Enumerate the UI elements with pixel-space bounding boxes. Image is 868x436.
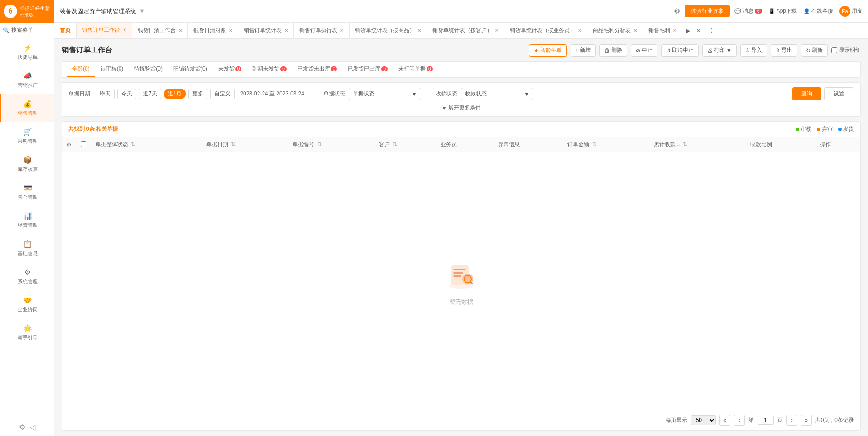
first-page-btn[interactable]: « — [719, 415, 730, 426]
sub-tab-pending-review[interactable]: 待审核(0) — [95, 62, 129, 77]
tab-close-sales-exec[interactable]: ✕ — [340, 28, 344, 33]
sidebar-item-enterprise[interactable]: 🤝 企业协同 — [0, 290, 54, 318]
tab-close-goods-stats[interactable]: ✕ — [417, 28, 421, 33]
status-filter-select[interactable]: 单据状态 ▼ — [349, 88, 421, 100]
sidebar-search[interactable]: 🔍 搜索菜单 — [0, 23, 54, 38]
col-date[interactable]: 单据日期 ⇅ — [202, 137, 288, 152]
tab-close-sales-stats[interactable]: ✕ — [284, 28, 288, 33]
col-collected[interactable]: 累计收款... ⇅ — [649, 137, 746, 152]
settings-col-icon[interactable]: ⚙ — [67, 142, 72, 148]
date-btn-more[interactable]: 更多 — [188, 89, 207, 99]
anti-audit-action[interactable]: 弃审 — [817, 125, 833, 133]
date-btn-yesterday[interactable]: 昨天 — [96, 89, 115, 99]
add-btn[interactable]: + 新增 — [571, 44, 596, 57]
col-anomaly[interactable]: 异常信息 — [494, 137, 563, 152]
topbar-dropdown-icon[interactable]: ▼ — [139, 8, 145, 14]
print-btn[interactable]: 🖨 打印 ▼ — [702, 44, 737, 57]
date-btn-1month[interactable]: 近1月 — [164, 89, 186, 99]
tab-close-sales-order[interactable]: ✕ — [123, 28, 126, 33]
refresh-btn[interactable]: ↻ 刷新 — [801, 44, 828, 57]
expand-conditions-btn[interactable]: ▼ 展开更多条件 — [441, 104, 481, 112]
col-checkbox[interactable] — [76, 137, 91, 152]
tab-close-cash-clear[interactable]: ✕ — [178, 28, 182, 33]
col-operation[interactable]: 操作 — [815, 137, 860, 152]
sub-tab-delivered-out[interactable]: 已发货已出库0 — [342, 62, 393, 77]
sub-tab-shop-pending[interactable]: 旺铺待发货(0) — [168, 62, 213, 77]
tab-more-btn[interactable]: ▶ — [682, 28, 694, 34]
sub-tab-delivered-not-out[interactable]: 已发货未出库0 — [292, 62, 343, 77]
date-btn-7days[interactable]: 近7天 — [139, 89, 161, 99]
export-btn[interactable]: ⇧ 导出 — [771, 44, 797, 57]
deliver-action[interactable]: 发货 — [838, 125, 854, 133]
sidebar-item-finance[interactable]: 💳 资金管理 — [0, 178, 54, 206]
query-btn[interactable]: 查询 — [792, 87, 821, 100]
col-number[interactable]: 单据编号 ⇅ — [288, 137, 374, 152]
tab-sales-profit[interactable]: 销售毛利 ✕ — [643, 23, 682, 39]
show-detail-input[interactable] — [831, 47, 837, 53]
sub-tab-all[interactable]: 全部(0) — [67, 62, 95, 77]
sub-tab-undelivered[interactable]: 未发货0 — [213, 62, 247, 77]
tab-customer-stats[interactable]: 销货单统计表（按客户） ✕ — [427, 23, 504, 39]
payment-filter-select[interactable]: 收款状态 ▼ — [461, 88, 533, 100]
show-detail-checkbox[interactable]: 显示明细 — [831, 47, 861, 54]
app-download-item[interactable]: 📱 App下载 — [768, 7, 797, 15]
page-input[interactable] — [758, 416, 774, 425]
tab-sales-stats[interactable]: 销售订单统计表 ✕ — [238, 23, 294, 39]
prev-page-btn[interactable]: ‹ — [734, 415, 745, 426]
tab-profit[interactable]: 商品毛利分析表 ✕ — [587, 23, 643, 39]
tab-reconcile[interactable]: 钱货日清对账 ✕ — [188, 23, 238, 39]
sub-tab-unprinted[interactable]: 未打印单据0 — [393, 62, 438, 77]
stop-btn[interactable]: ⊘ 中止 — [631, 44, 657, 57]
sidebar-item-basic-info[interactable]: 📋 基础信息 — [0, 234, 54, 262]
online-service-item[interactable]: 👤 在线客服 — [803, 7, 833, 15]
tab-maximize-btn[interactable]: ⛶ — [704, 28, 715, 34]
tab-pin-btn[interactable]: ✕ — [694, 28, 704, 34]
import-btn[interactable]: ⇩ 导入 — [740, 44, 767, 57]
settings-icon[interactable]: ⚙ — [19, 423, 25, 431]
tab-close-customer-stats[interactable]: ✕ — [495, 28, 499, 33]
cancel-stop-btn[interactable]: ↺ 取消中止 — [661, 44, 699, 57]
col-salesman[interactable]: 业务员 — [436, 137, 494, 152]
user-item[interactable]: Ea 用友 — [839, 6, 863, 17]
audit-action[interactable]: 审核 — [796, 125, 811, 133]
tab-salesman-stats[interactable]: 销货单统计表（按业务员） ✕ — [504, 23, 587, 39]
select-all-checkbox[interactable] — [81, 141, 86, 147]
tab-close-profit[interactable]: ✕ — [633, 28, 637, 33]
sidebar-item-guide[interactable]: 🌟 新手引导 — [0, 318, 54, 346]
last-page-btn[interactable]: » — [801, 415, 812, 426]
topbar-settings-icon[interactable]: ⚙ — [674, 7, 680, 15]
sidebar-item-sales[interactable]: 💰 销售管理 — [0, 94, 54, 122]
collapse-icon[interactable]: ◁ — [30, 423, 35, 431]
tab-sales-order[interactable]: 销售订单工作台 ✕ — [77, 23, 132, 39]
tab-close-salesman-stats[interactable]: ✕ — [578, 28, 581, 33]
page-size-select[interactable]: 50 100 200 — [691, 415, 716, 425]
col-customer[interactable]: 客户 ⇅ — [374, 137, 436, 152]
message-item[interactable]: 💬 消息 6 — [734, 7, 762, 15]
col-amount[interactable]: 订单金额 ⇅ — [563, 137, 649, 152]
col-status[interactable]: 单据整体状态 ⇅ — [91, 137, 202, 152]
tab-close-reconcile[interactable]: ✕ — [229, 28, 232, 33]
sidebar-item-purchase[interactable]: 🛒 采购管理 — [0, 122, 54, 150]
sidebar-item-marketing[interactable]: 📣 营销推广 — [0, 66, 54, 94]
tab-close-sales-profit[interactable]: ✕ — [673, 28, 676, 33]
tab-home[interactable]: 首页 — [54, 23, 77, 39]
tab-sales-exec[interactable]: 销售订单执行表 ✕ — [294, 23, 350, 39]
sidebar-item-quick-nav[interactable]: ⚡ 快捷导航 — [0, 38, 54, 66]
date-btn-custom[interactable]: 自定义 — [210, 89, 235, 99]
sidebar-item-operations[interactable]: 📊 经营管理 — [0, 206, 54, 234]
sub-tab-overdue[interactable]: 到期未发货0 — [247, 62, 292, 77]
sidebar-item-inventory[interactable]: 📦 库存核算 — [0, 150, 54, 178]
sidebar-item-system[interactable]: ⚙ 系统管理 — [0, 262, 54, 290]
col-settings[interactable]: ⚙ — [62, 137, 76, 152]
smart-create-btn[interactable]: ★ 智能生单 — [529, 44, 567, 57]
tab-cash-clear[interactable]: 钱货日清工作台 ✕ — [132, 23, 188, 39]
set-btn[interactable]: 设置 — [824, 87, 854, 100]
delete-btn[interactable]: 🗑 删除 — [599, 44, 627, 57]
next-page-btn[interactable]: › — [786, 415, 797, 426]
industry-btn[interactable]: 体验行业方案 — [685, 5, 730, 17]
tab-goods-stats[interactable]: 销货单统计表（按商品） ✕ — [350, 23, 427, 39]
table-scroll-area[interactable]: ⚙ 单据整体状态 ⇅ 单据日期 ⇅ — [62, 137, 860, 152]
col-ratio[interactable]: 收款比例 — [746, 137, 815, 152]
date-btn-today[interactable]: 今天 — [117, 89, 136, 99]
sub-tab-pending-inspect[interactable]: 待拣验货(0) — [129, 62, 168, 77]
